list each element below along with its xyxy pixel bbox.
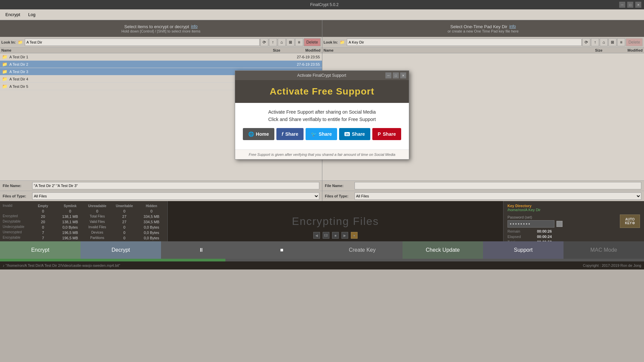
linkedin-label: Share <box>352 131 365 137</box>
modal-controls: ─ □ ✕ <box>385 72 406 78</box>
modal-titlebar: Activate FinalCrypt Support ─ □ ✕ <box>235 71 409 80</box>
modal-desc-line2: Click and Share verifiably to entitle fo… <box>242 116 402 123</box>
modal-header-title: Activate Free Support <box>242 86 402 97</box>
pinterest-share-button[interactable]: P Share <box>372 128 401 140</box>
modal-maximize-btn[interactable]: □ <box>393 72 399 78</box>
twitter-label: Share <box>319 131 332 137</box>
modal-footer-text: Free Support is given after verifying th… <box>240 153 404 157</box>
pinterest-icon: P <box>378 131 381 137</box>
linkedin-icon: in <box>344 132 350 136</box>
modal-title: Activate FinalCrypt Support <box>258 73 385 78</box>
home-icon: 🌐 <box>248 131 254 137</box>
modal-footer: Free Support is given after verifying th… <box>235 149 409 159</box>
modal-desc: Activate Free Support after sharing on S… <box>242 108 402 123</box>
modal-header: Activate Free Support <box>235 80 409 103</box>
facebook-share-button[interactable]: f Share <box>276 128 304 140</box>
modal-close-btn[interactable]: ✕ <box>400 72 406 78</box>
modal-body: Activate Free Support after sharing on S… <box>235 103 409 149</box>
home-label: Home <box>256 131 269 137</box>
modal-minimize-btn[interactable]: ─ <box>385 72 391 78</box>
modal-window: Activate FinalCrypt Support ─ □ ✕ Activa… <box>235 70 409 160</box>
facebook-label: Share <box>285 131 298 137</box>
home-button[interactable]: 🌐 Home <box>243 128 274 140</box>
modal-overlay: Activate FinalCrypt Support ─ □ ✕ Activa… <box>0 0 644 362</box>
modal-desc-line1: Activate Free Support after sharing on S… <box>242 108 402 116</box>
share-buttons: 🌐 Home f Share 🐦 Share in Share P Sh <box>242 128 402 140</box>
twitter-icon: 🐦 <box>311 131 317 137</box>
twitter-share-button[interactable]: 🐦 Share <box>306 128 337 140</box>
linkedin-share-button[interactable]: in Share <box>339 128 370 140</box>
facebook-icon: f <box>282 131 283 137</box>
pinterest-label: Share <box>383 131 396 137</box>
